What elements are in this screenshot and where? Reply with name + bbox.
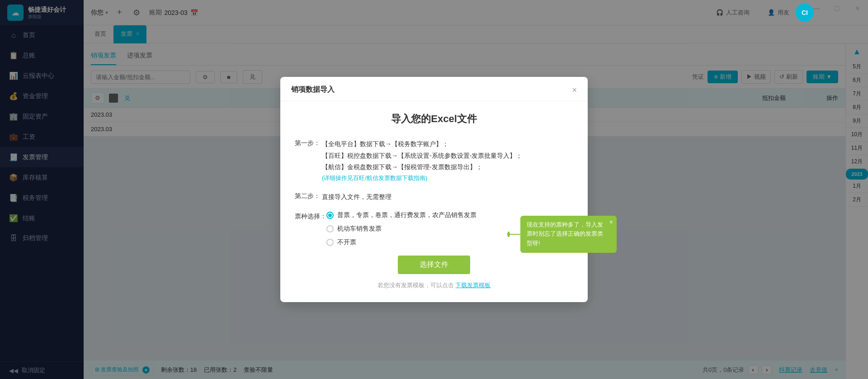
- modal-header: 销项数据导入 ×: [280, 77, 588, 101]
- modal-overlay: 销项数据导入 × 导入您的Excel文件 第一步： 【全电平台】数据下载→【税务…: [0, 0, 868, 379]
- tooltip-box: 现在支持的票种多了，导入发票时别忘了选择正确的发票类型呀! ×: [520, 216, 617, 253]
- modal-close-btn[interactable]: ×: [572, 86, 577, 94]
- step1-line-1: 【全电平台】数据下载→【税务数字账户】；: [322, 138, 573, 150]
- guide-link[interactable]: (详细操作见百旺/航信发票数据下载指南): [322, 175, 427, 181]
- step2-label: 第二步：: [295, 191, 322, 200]
- radio-circle-motor: [326, 225, 334, 232]
- ticket-label: 票种选择：: [295, 211, 326, 221]
- download-hint-section: 若您没有发票模板，可以点击 下载发票模板: [295, 281, 573, 289]
- step1-line-3: 【航信】金税盘数据下载→【报税管理-发票数据导出】；: [322, 161, 573, 173]
- close-btn[interactable]: ×: [847, 0, 868, 17]
- radio-options: 普票，专票，卷票，通行费发票，农产品销售发票 机动车销售发票 现在支持的票种多了…: [326, 211, 573, 246]
- step2-row: 第二步： 直接导入文件，无需整理: [295, 191, 573, 203]
- select-file-section: 选择文件: [295, 256, 573, 274]
- tooltip-container: 现在支持的票种多了，导入发票时别忘了选择正确的发票类型呀! ×: [507, 216, 617, 253]
- step1-line-2: 【百旺】税控盘数据下载→【系统设置-系统参数设置-发票批量导入】；: [322, 150, 573, 161]
- select-file-btn[interactable]: 选择文件: [398, 256, 470, 274]
- radio-circle-none: [326, 239, 334, 246]
- radio-dot-normal: [328, 213, 332, 217]
- maximize-btn[interactable]: □: [826, 0, 847, 17]
- modal-main-title: 导入您的Excel文件: [295, 112, 573, 126]
- step1-label: 第一步：: [295, 138, 322, 147]
- tooltip-dot: [507, 232, 510, 237]
- radio-motor[interactable]: 机动车销售发票 现在支持的票种多了，导入发票时别忘了选择正确的发票类型呀! ×: [326, 225, 573, 233]
- tooltip-line: [510, 234, 520, 235]
- step2-content: 直接导入文件，无需整理: [322, 191, 573, 203]
- download-template-link[interactable]: 下载发票模板: [455, 282, 491, 289]
- ticket-selection: 票种选择： 普票，专票，卷票，通行费发票，农产品销售发票 机动车销售发票: [295, 211, 573, 246]
- modal-title: 销项数据导入: [291, 85, 335, 95]
- tooltip-close-btn[interactable]: ×: [609, 218, 613, 226]
- radio-circle-normal: [326, 212, 334, 219]
- step1-content: 【全电平台】数据下载→【税务数字账户】； 【百旺】税控盘数据下载→【系统设置-系…: [322, 138, 573, 183]
- import-modal: 销项数据导入 × 导入您的Excel文件 第一步： 【全电平台】数据下载→【税务…: [280, 77, 588, 302]
- window-controls: — □ ×: [806, 0, 868, 17]
- step1-link: (详细操作见百旺/航信发票数据下载指南): [322, 173, 573, 184]
- step1-row: 第一步： 【全电平台】数据下载→【税务数字账户】； 【百旺】税控盘数据下载→【系…: [295, 138, 573, 183]
- modal-body: 导入您的Excel文件 第一步： 【全电平台】数据下载→【税务数字账户】； 【百…: [280, 101, 588, 302]
- avatar: CI: [796, 4, 814, 22]
